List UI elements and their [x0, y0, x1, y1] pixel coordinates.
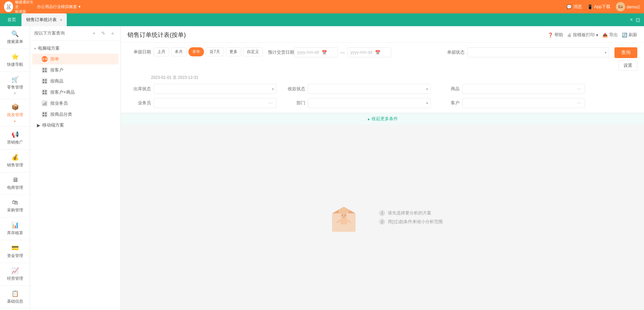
svg-rect-18 — [45, 115, 47, 116]
payment-select[interactable] — [308, 84, 431, 94]
query-button[interactable]: 查询 — [614, 47, 637, 58]
department-select-wrapper: ▾ — [308, 98, 431, 108]
scheme-by-order-icon: 按单 — [42, 56, 48, 62]
sidebar-item-system[interactable]: ⚙ 系统管理 — [0, 309, 30, 310]
tab-minimize-icon[interactable]: × — [630, 17, 633, 23]
expected-date-label: 预计交货日期 — [268, 49, 291, 55]
filter-body: 单据日期 上月 本月 本年 近7天 更多 自定义 — [121, 43, 644, 113]
delivery-select[interactable] — [154, 84, 276, 94]
date-btn-this-month[interactable]: 本月 — [171, 47, 186, 56]
pc-scheme-group[interactable]: ▾ 电脑端方案 — [30, 43, 120, 53]
filter-section: 销售订单统计表(按单) ❓ 帮助 🖨 按模板打印 ▾ — [121, 26, 644, 124]
calendar-icon: 📅 — [322, 50, 327, 55]
left-panel-header: 按以下方案查询 + ✎ « — [30, 26, 120, 41]
customer-field[interactable]: ··· — [462, 98, 585, 108]
refresh-icon: 🔄 — [622, 33, 627, 38]
left-panel: 按以下方案查询 + ✎ « ▾ 电脑端方案 按单 按单 — [30, 26, 121, 310]
add-scheme-button[interactable]: + — [90, 30, 98, 37]
date-btn-7days[interactable]: 近7天 — [206, 47, 224, 56]
scheme-item-by-cust-goods[interactable]: 按客户+商品 — [32, 87, 118, 98]
tab-close-icon[interactable]: × — [60, 18, 62, 22]
svg-point-26 — [344, 214, 346, 216]
svg-rect-5 — [45, 79, 47, 81]
date-btn-last-month[interactable]: 上月 — [154, 47, 169, 56]
date-range-text: 2023-01-01 至 2023-12-31 — [151, 75, 198, 80]
svg-point-25 — [342, 214, 343, 216]
scheme-by-customer-icon — [42, 67, 48, 73]
customer-more-icon[interactable]: ··· — [577, 100, 581, 106]
svg-rect-24 — [340, 218, 347, 224]
svg-rect-6 — [43, 82, 44, 83]
help-button[interactable]: ❓ 帮助 — [548, 32, 563, 38]
collapse-bar[interactable]: ▲ 收起更多条件 — [121, 113, 644, 124]
sidebar-item-purchase[interactable]: 🛍 采购管理 — [0, 195, 30, 217]
empty-illustration — [322, 198, 366, 236]
salesperson-more-icon[interactable]: ··· — [268, 100, 273, 106]
wholesale-icon: 📦 — [11, 103, 19, 111]
salesperson-field[interactable]: ··· — [154, 98, 276, 108]
sidebar-item-marketing[interactable]: 📢 营销推广 — [0, 127, 30, 150]
tab-maximize-icon[interactable]: ⊡ — [636, 17, 640, 23]
sidebar-item-sales[interactable]: 💰 销售管理 — [0, 150, 30, 172]
export-button[interactable]: 📤 导出 — [602, 32, 618, 38]
basic-icon: 📋 — [11, 290, 19, 297]
scheme-by-cust-goods-icon — [42, 89, 48, 95]
scheme-item-by-order[interactable]: 按单 按单 — [32, 54, 118, 64]
svg-rect-2 — [43, 70, 44, 72]
scheme-item-by-salesperson[interactable]: 按业务员 — [32, 98, 118, 109]
expected-date-start[interactable]: yyyy-mm-dd 📅 — [294, 47, 338, 57]
user-profile[interactable]: Ea demo2 — [616, 2, 640, 11]
edit-scheme-button[interactable]: ✎ — [100, 30, 107, 37]
svg-rect-4 — [43, 79, 44, 81]
sidebar-item-ecommerce[interactable]: 🖥 电商管理 — [0, 172, 30, 195]
app-download-button[interactable]: 📱 App下载 — [587, 4, 610, 10]
date-btn-custom[interactable]: 自定义 — [243, 47, 263, 56]
scheme-item-by-customer[interactable]: 按客户 — [32, 65, 118, 75]
tab-right-actions: × ⊡ — [630, 13, 641, 26]
svg-rect-13 — [44, 103, 45, 105]
scheme-item-by-category[interactable]: 按商品分类 — [32, 109, 118, 120]
svg-rect-1 — [45, 68, 47, 70]
tab-sales-order-stats[interactable]: 销售订单统计表 × — [21, 13, 67, 26]
main-layout: 🔍 搜索菜单 ⭐ 快捷导航 🛒 零售管理 ▾ 📦 批发管理 ▴ 📢 营销推广 — [0, 26, 644, 310]
message-button[interactable]: 💬 消息 — [567, 4, 582, 10]
print-button[interactable]: 🖨 按模板打印 ▾ — [567, 32, 598, 38]
expected-date-end[interactable]: yyyy-mm-dd 📅 — [347, 47, 391, 57]
date-filter: 上月 本月 本年 近7天 更多 自定义 — [154, 47, 263, 56]
setting-button[interactable]: 设置 — [619, 60, 637, 71]
workspace-selector[interactable]: 办公用品行业模拟账套 ▾ — [37, 4, 564, 10]
collapse-panel-button[interactable]: « — [109, 30, 116, 37]
retail-icon: 🛒 — [11, 76, 19, 83]
scheme-by-category-icon — [42, 111, 48, 117]
date-btn-this-year[interactable]: 本年 — [189, 47, 204, 56]
status-select[interactable] — [467, 47, 609, 57]
goods-field[interactable]: ··· — [462, 84, 585, 94]
sidebar-item-basic[interactable]: 📋 基础信息 — [0, 286, 30, 309]
date-btn-more[interactable]: 更多 — [226, 47, 241, 56]
goods-more-icon[interactable]: ··· — [577, 86, 581, 92]
department-select[interactable] — [308, 98, 431, 108]
svg-rect-16 — [45, 112, 47, 114]
sidebar-item-operations[interactable]: 📈 经营管理 — [0, 263, 30, 286]
sidebar-item-wholesale[interactable]: 📦 批发管理 ▴ — [0, 99, 30, 127]
svg-rect-10 — [43, 93, 44, 94]
top-actions: 💬 消息 📱 App下载 Ea demo2 — [567, 2, 640, 11]
goods-label: 商品 — [436, 86, 460, 92]
sidebar-item-finance[interactable]: 💳 资金管理 — [0, 240, 30, 263]
left-panel-actions: + ✎ « — [90, 30, 116, 37]
refresh-button[interactable]: 🔄 刷新 — [622, 32, 637, 38]
query-buttons: 查询 设置 — [614, 47, 637, 71]
tab-home[interactable]: 首页 — [3, 13, 21, 26]
payment-label: 收款状态 — [282, 86, 305, 92]
sidebar-item-shortcut[interactable]: ⭐ 快捷导航 — [0, 49, 30, 72]
sidebar-item-retail[interactable]: 🛒 零售管理 ▾ — [0, 72, 30, 99]
sidebar-item-search[interactable]: 🔍 搜索菜单 — [0, 26, 30, 49]
department-label: 部门 — [282, 100, 305, 106]
status-select-wrapper: ▾ — [467, 47, 609, 57]
scheme-item-by-goods[interactable]: 按商品 — [32, 76, 118, 87]
mobile-scheme-group[interactable]: ▶ 移动端方案 — [30, 120, 120, 130]
app-icon: 📱 — [587, 4, 593, 9]
ecommerce-icon: 🖥 — [12, 176, 18, 184]
operations-icon: 📈 — [11, 267, 19, 274]
sidebar-item-inventory[interactable]: 📊 库存核算 — [0, 217, 30, 240]
